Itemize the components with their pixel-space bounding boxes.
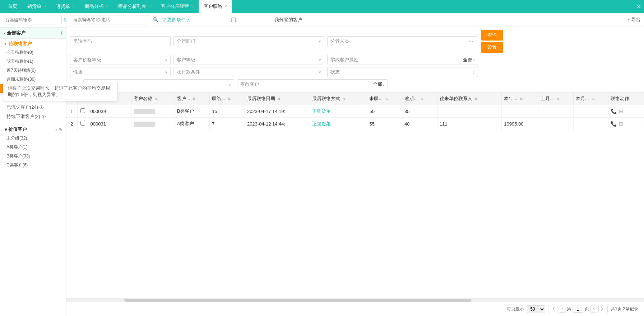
th-this-year-label: 本年... — [504, 96, 517, 101]
td-year-1 — [502, 105, 538, 118]
grid-action-icon-1[interactable]: ⊞ — [619, 108, 623, 114]
nav-analysis-close[interactable]: × — [106, 4, 108, 9]
sidebar-item-lost[interactable]: 已流失客户(24) ⓘ — [0, 103, 66, 112]
filter-icon: ▽ — [162, 17, 166, 23]
lost-label: 已流失客户(24) — [6, 104, 38, 110]
sidebar-item-declining[interactable]: 持续下滑客户(2) ⓘ — [0, 112, 66, 121]
nav-customer-tier[interactable]: 客户分层经营 × — [156, 0, 199, 13]
first-page-btn[interactable]: 《 — [548, 305, 557, 313]
phone-action-icon-1[interactable]: 📞 — [611, 108, 617, 114]
sidebar-item-ungrouped[interactable]: 未分组(32) — [0, 134, 66, 143]
td-name-1 — [131, 105, 175, 118]
th-customer-type: 客户... ⇅ — [175, 93, 210, 105]
table-row: 2 000031 A类客户 7 2023-04-12 14:44: 下销货单 5… — [66, 118, 644, 130]
action-icons-2: 📞 ⊞ — [611, 121, 641, 127]
td-method-1[interactable]: 下销货单 — [310, 105, 367, 118]
td-check-2[interactable] — [77, 118, 88, 130]
person-field[interactable]: 分管人员 ··· — [327, 36, 478, 46]
value-settings-icon[interactable]: ✎ — [59, 127, 62, 132]
th-overdue: 逾期... ⇅ — [402, 93, 437, 105]
row-checkbox-1[interactable] — [80, 108, 85, 113]
phone-field[interactable]: 电话号码 — [70, 36, 171, 46]
filter-bar: 🔍 ▽ 更多条件 ∧ 我分管的客户 ↑ 导出 — [66, 13, 644, 27]
page-number-input[interactable] — [573, 306, 583, 313]
person-label: 分管人员 — [330, 38, 467, 44]
sort-related-icon[interactable]: ⇅ — [474, 97, 477, 101]
window-close-button[interactable]: ✕ — [636, 3, 641, 10]
sidebar-item-c-class[interactable]: C类客户(6) — [0, 161, 66, 170]
price-grade-label: 客户价格等级 — [73, 57, 165, 63]
person-ellipsis[interactable]: ··· — [467, 38, 475, 44]
sort-type-icon[interactable]: ⇅ — [193, 97, 195, 101]
nav-customer-tier-close[interactable]: × — [191, 4, 194, 9]
search-input[interactable] — [70, 15, 149, 24]
nav-sales[interactable]: 销货单 × — [22, 0, 51, 13]
last-page-btn[interactable]: 》 — [598, 305, 608, 313]
sort-uncontacted-icon[interactable]: ⇅ — [385, 97, 388, 101]
settings-button[interactable]: 设置 — [481, 42, 503, 53]
th-action: 联络动作 — [608, 93, 644, 105]
nav-customer-contact[interactable]: 客户联络 × — [199, 0, 232, 13]
sidebar-item-a-class[interactable]: A类客户(1) — [0, 143, 66, 152]
sort-name-icon[interactable]: ⇅ — [155, 97, 158, 101]
prev-page-btn[interactable]: ‹ — [559, 306, 565, 313]
my-customers-check[interactable]: 我分管的客户 — [194, 16, 302, 23]
sort-year-icon[interactable]: ⇅ — [520, 97, 523, 101]
sidebar-item-tomorrow[interactable]: 明天待联络(1) — [0, 57, 66, 66]
sidebar-search-icon[interactable]: 🔍 — [63, 18, 66, 23]
payment-field[interactable]: 收付款条件 ∨ — [173, 67, 324, 77]
value-edit-icon[interactable]: ○ — [54, 127, 57, 132]
sort-method-icon[interactable]: ⇅ — [342, 97, 345, 101]
export-icon: ↑ — [628, 17, 630, 23]
phone-action-icon-2[interactable]: 📞 — [611, 121, 617, 127]
sidebar-item-today[interactable]: 今天待联络(0) — [0, 48, 66, 57]
td-date-2: 2023-04-12 14:44: — [245, 118, 310, 130]
nav-analysis[interactable]: 商品分析 × — [80, 0, 113, 13]
sidebar-item-7days[interactable]: 近7天待联络(0) — [0, 66, 66, 75]
nav-analysis-list-close[interactable]: × — [148, 4, 151, 9]
sidebar-collapse-icon[interactable]: 《 — [59, 30, 62, 36]
sort-date-icon[interactable]: ⇅ — [278, 97, 281, 101]
sort-month-icon[interactable]: ⇅ — [591, 97, 594, 101]
td-check-1[interactable] — [77, 105, 88, 118]
sort-overdue-icon[interactable]: ⇅ — [420, 97, 423, 101]
table-scroll-bar[interactable] — [66, 298, 644, 302]
sidebar-all-customers[interactable]: ▪ 全部客户 《 — [0, 28, 66, 39]
more-conditions-btn[interactable]: ▽ 更多条件 ∧ — [162, 16, 190, 23]
row-checkbox-2[interactable] — [80, 121, 85, 126]
retail-attr-field[interactable]: 零散客户属性 全部 ∨ — [327, 55, 478, 65]
export-button[interactable]: ↑ 导出 — [628, 16, 641, 23]
td-related-2: 111 — [437, 118, 502, 130]
method-link-2[interactable]: 下销货单 — [312, 121, 331, 126]
per-page-select[interactable]: 50 100 — [527, 305, 545, 313]
customer-grade-field[interactable]: 客户等级 ∨ — [173, 55, 324, 65]
sidebar-search-input[interactable] — [3, 16, 62, 24]
my-customers-label: 我分管的客户 — [274, 16, 302, 23]
nav-analysis-list[interactable]: 商品分析列表 × — [113, 0, 156, 13]
sidebar-pending-section: ▼ 待联络客户 今天待联络(0) 明天待联络(1) 近7天待联络(0) 逾期未联… — [0, 39, 66, 84]
my-customers-checkbox[interactable] — [194, 18, 273, 22]
nav-purchase-close[interactable]: × — [72, 4, 75, 9]
sidebar-item-b-class[interactable]: B类客户(33) — [0, 152, 66, 161]
grid-action-icon-2[interactable]: ⊞ — [619, 121, 623, 127]
method-link-1[interactable]: 下销货单 — [312, 108, 331, 114]
nav-purchase[interactable]: 进货单 × — [51, 0, 80, 13]
query-button[interactable]: 查询 — [481, 30, 503, 41]
td-overdue-2: 48 — [402, 118, 437, 130]
gender-field[interactable]: 性质 ∨ — [70, 67, 171, 77]
nav-analysis-label: 商品分析 — [85, 3, 103, 10]
status-field[interactable]: 状态 ∨ — [327, 67, 478, 77]
td-actions-2: 📞 ⊞ — [608, 118, 644, 130]
nav-sales-close[interactable]: × — [43, 4, 46, 9]
nav-home[interactable]: 首页 — [3, 0, 22, 13]
nav-customer-contact-close[interactable]: × — [224, 4, 227, 9]
filter-search-icon[interactable]: 🔍 — [153, 17, 159, 23]
sort-lmonth-icon[interactable]: ⇅ — [556, 97, 559, 101]
next-page-btn[interactable]: › — [590, 306, 597, 313]
td-method-2[interactable]: 下销货单 — [310, 118, 367, 130]
price-grade-field[interactable]: 客户价格等级 ∨ — [70, 55, 171, 65]
sort-contact-icon[interactable]: ⇅ — [228, 97, 231, 101]
retail-customer-field[interactable]: 零散客户 全部 ∨ — [237, 79, 388, 89]
td-contact-1: 15 — [210, 105, 245, 118]
dept-field[interactable]: 分管部门 ∨ — [173, 36, 324, 46]
